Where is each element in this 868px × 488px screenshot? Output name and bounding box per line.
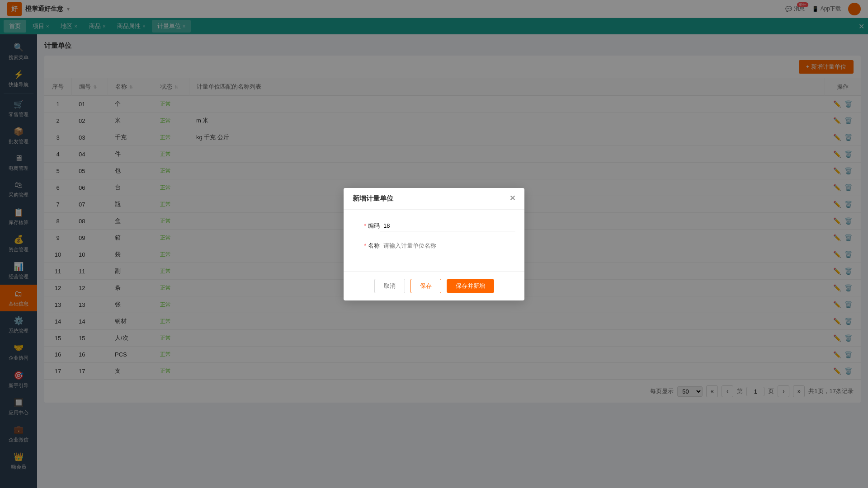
modal-close-button[interactable]: ✕	[509, 195, 515, 202]
modal-header: 新增计量单位 ✕	[344, 188, 524, 210]
modal-title: 新增计量单位	[353, 194, 393, 203]
save-and-new-button[interactable]: 保存并新增	[447, 279, 494, 293]
save-button[interactable]: 保存	[410, 279, 441, 293]
modal-footer: 取消 保存 保存并新增	[344, 271, 524, 300]
code-label: 编码	[353, 222, 380, 230]
modal-overlay[interactable]: 新增计量单位 ✕ 编码 名称 取消 保存 保存并新增	[0, 0, 868, 488]
cancel-button[interactable]: 取消	[374, 279, 405, 293]
modal-body: 编码 名称	[344, 210, 524, 271]
form-row-code: 编码	[353, 221, 515, 231]
name-input[interactable]	[380, 240, 515, 251]
form-row-name: 名称	[353, 240, 515, 251]
name-label: 名称	[353, 242, 380, 250]
add-unit-modal: 新增计量单位 ✕ 编码 名称 取消 保存 保存并新增	[344, 188, 524, 300]
code-input[interactable]	[380, 221, 515, 231]
